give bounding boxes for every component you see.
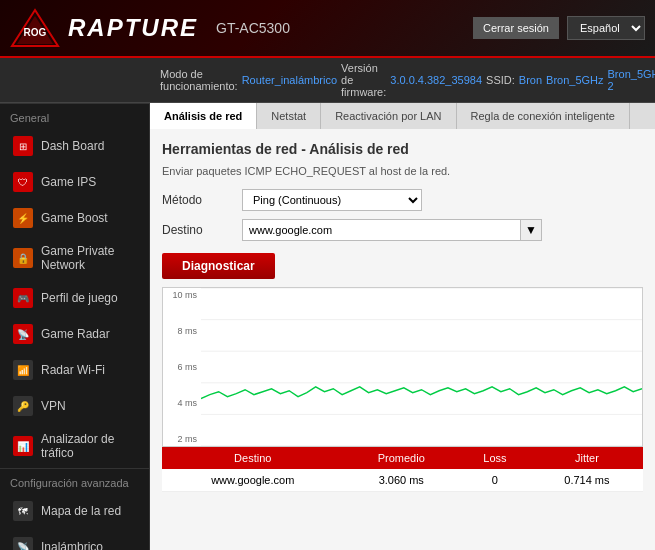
col-loss: Loss [459,447,531,469]
chart-label-2ms: 2 ms [167,434,197,444]
tabs-bar: Análisis de red Netstat Reactivación por… [150,103,655,129]
ssid3-link[interactable]: Bron_5GHz-2 [608,68,655,92]
sidebar-item-game-boost-label: Game Boost [41,211,108,225]
status-bar: Modo de funcionamiento: Router_inalámbri… [0,58,655,103]
chart-label-10ms: 10 ms [167,290,197,300]
perfil-icon: 🎮 [13,288,33,308]
sidebar-item-game-ips[interactable]: 🛡 Game IPS [0,164,149,200]
ssid2-link[interactable]: Bron_5GHz [546,74,603,86]
gpn-icon: 🔒 [13,248,33,268]
model-name: GT-AC5300 [216,20,290,36]
sidebar-item-dashboard[interactable]: ⊞ Dash Board [0,128,149,164]
destino-label: Destino [162,223,242,237]
row-promedio: 3.060 ms [344,469,459,492]
sidebar-item-mapa-label: Mapa de la red [41,504,121,518]
row-loss: 0 [459,469,531,492]
game-radar-icon: 📡 [13,324,33,344]
col-destino: Destino [162,447,344,469]
language-select[interactable]: Español [567,16,645,40]
sidebar-item-vpn[interactable]: 🔑 VPN [0,388,149,424]
destino-control: ▼ [242,219,643,241]
radar-wifi-icon: 📶 [13,360,33,380]
sidebar: General ⊞ Dash Board 🛡 Game IPS ⚡ Game B… [0,103,150,550]
sidebar-section-general: General [0,103,149,128]
game-boost-icon: ⚡ [13,208,33,228]
table-row: www.google.com 3.060 ms 0 0.714 ms [162,469,643,492]
version-prefix: Versión de firmware: [341,62,386,98]
col-jitter: Jitter [531,447,643,469]
sidebar-item-radar-wifi-label: Radar Wi-Fi [41,363,105,377]
vpn-icon: 🔑 [13,396,33,416]
sidebar-item-radar-wifi[interactable]: 📶 Radar Wi-Fi [0,352,149,388]
logo-area: ROG RAPTURE GT-AC5300 [10,8,290,48]
method-select[interactable]: Ping (Continuous) [242,189,422,211]
sidebar-item-game-radar[interactable]: 📡 Game Radar [0,316,149,352]
method-control: Ping (Continuous) [242,189,643,211]
sidebar-item-vpn-label: VPN [41,399,66,413]
sidebar-item-game-private-network[interactable]: 🔒 Game Private Network [0,236,149,280]
sidebar-item-inalambrico[interactable]: 📡 Inalámbrico [0,529,149,550]
destino-dropdown-icon[interactable]: ▼ [520,220,541,240]
firmware-link[interactable]: 3.0.0.4.382_35984 [390,74,482,86]
destino-row: Destino ▼ [162,219,643,241]
row-destino: www.google.com [162,469,344,492]
ssid1-link[interactable]: Bron [519,74,542,86]
header: ROG RAPTURE GT-AC5300 Cerrar sesión Espa… [0,0,655,58]
main-layout: General ⊞ Dash Board 🛡 Game IPS ⚡ Game B… [0,103,655,550]
tab-netstat[interactable]: Netstat [257,103,321,129]
mode-link[interactable]: Router_inalámbrico [242,74,337,86]
diagnosticar-button[interactable]: Diagnosticar [162,253,275,279]
inalambrico-icon: 📡 [13,537,33,550]
tab-regla-conexion[interactable]: Regla de conexión inteligente [457,103,630,129]
dashboard-icon: ⊞ [13,136,33,156]
page-title: Herramientas de red - Análisis de red [162,141,643,157]
sidebar-item-perfil-juego[interactable]: 🎮 Perfil de juego [0,280,149,316]
tab-analisis-red[interactable]: Análisis de red [150,103,257,129]
sidebar-item-analizador[interactable]: 📊 Analizador de tráfico [0,424,149,468]
description-text: Enviar paquetes ICMP ECHO_REQUEST al hos… [162,165,643,177]
game-ips-icon: 🛡 [13,172,33,192]
sidebar-item-analizador-label: Analizador de tráfico [41,432,139,460]
sidebar-item-game-boost[interactable]: ⚡ Game Boost [0,200,149,236]
page-content: Herramientas de red - Análisis de red En… [150,129,655,550]
rog-logo-icon: ROG [10,8,60,48]
button-row: Diagnosticar [162,249,643,287]
destino-input-wrap: ▼ [242,219,542,241]
results-table: Destino Promedio Loss Jitter www.google.… [162,447,643,492]
logout-button[interactable]: Cerrar sesión [473,17,559,39]
ping-chart: 10 ms 8 ms 6 ms 4 ms 2 ms [162,287,643,447]
method-label: Método [162,193,242,207]
chart-label-8ms: 8 ms [167,326,197,336]
sidebar-item-inalambrico-label: Inalámbrico [41,540,103,550]
sidebar-item-gpn-label: Game Private Network [41,244,139,272]
method-row: Método Ping (Continuous) [162,189,643,211]
destino-input[interactable] [243,221,520,239]
chart-y-labels: 10 ms 8 ms 6 ms 4 ms 2 ms [163,288,201,446]
sidebar-item-dashboard-label: Dash Board [41,139,104,153]
sidebar-item-mapa-red[interactable]: 🗺 Mapa de la red [0,493,149,529]
ssid-prefix: SSID: [486,74,515,86]
sidebar-section-advanced: Configuración avanzada [0,468,149,493]
sidebar-item-game-ips-label: Game IPS [41,175,96,189]
header-right: Cerrar sesión Español [473,16,645,40]
mode-prefix: Modo de funcionamiento: [160,68,238,92]
chart-label-4ms: 4 ms [167,398,197,408]
tab-reactivacion-lan[interactable]: Reactivación por LAN [321,103,456,129]
chart-inner [201,288,642,446]
sidebar-item-perfil-label: Perfil de juego [41,291,118,305]
brand-name: RAPTURE [68,14,198,42]
mapa-icon: 🗺 [13,501,33,521]
sidebar-item-game-radar-label: Game Radar [41,327,110,341]
svg-text:ROG: ROG [24,27,47,38]
chart-svg [201,288,642,446]
row-jitter: 0.714 ms [531,469,643,492]
main-content: Análisis de red Netstat Reactivación por… [150,103,655,550]
chart-label-6ms: 6 ms [167,362,197,372]
analizador-icon: 📊 [13,436,33,456]
col-promedio: Promedio [344,447,459,469]
